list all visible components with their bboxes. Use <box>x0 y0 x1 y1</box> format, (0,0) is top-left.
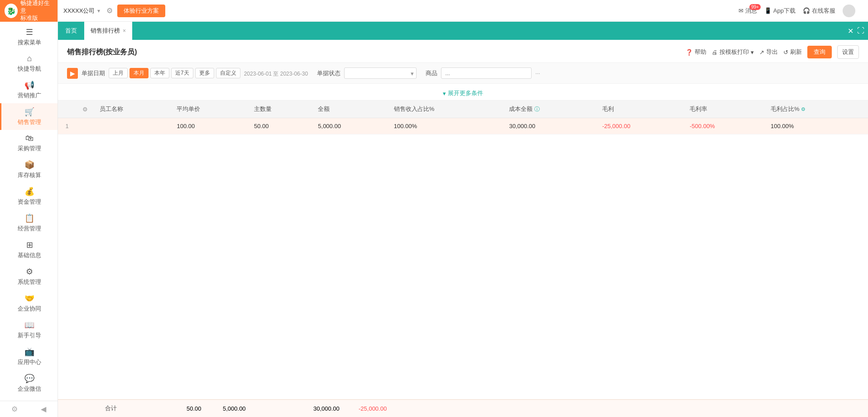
sidebar-item-search[interactable]: ☰搜索菜单 <box>0 24 58 50</box>
date-btn-本月[interactable]: 本月 <box>129 68 149 78</box>
sidebar-item-marketing[interactable]: 📢营销推广 <box>0 77 58 103</box>
goods-input[interactable] <box>441 67 532 79</box>
table-header-row: ⚙ 员工名称 平均单价 主数量 全额 销售收入占比% 成本全额 ⓘ 毛利 毛利率… <box>58 101 868 118</box>
filter-area: ▶ 单据日期 上月本月本年近7天更多自定义 2023-06-01 至 2023-… <box>58 63 868 84</box>
date-btn-近7天[interactable]: 近7天 <box>171 68 193 78</box>
col-profit: 毛利 <box>597 101 684 118</box>
sidebar-label-finance: 资金管理 <box>18 198 41 206</box>
date-filter: ▶ 单据日期 上月本月本年近7天更多自定义 2023-06-01 至 2023-… <box>67 68 308 79</box>
expand-row: ▾ 展开更多条件 <box>58 84 868 101</box>
tab-bar: 首页 销售排行榜 × ✕ ⛶ <box>58 22 868 40</box>
messages-button[interactable]: ✉ 消息 99+ <box>739 7 757 15</box>
sidebar-item-finance[interactable]: 💰资金管理 <box>0 183 58 210</box>
tab-sales-ranking[interactable]: 销售排行榜 × <box>84 22 132 40</box>
date-btn-更多[interactable]: 更多 <box>195 68 214 78</box>
page-content: 销售排行榜(按业务员) ❓ 帮助 🖨 按模板打印 ▾ ↗ 导出 ↺ 刷新 <box>58 40 868 417</box>
col-settings[interactable]: ⚙ <box>76 101 94 118</box>
tab-label: 销售排行榜 <box>91 27 120 35</box>
sidebar-label-basic: 基础信息 <box>18 251 41 259</box>
settings-icon[interactable]: ⚙ <box>11 405 18 413</box>
date-btn-自定义[interactable]: 自定义 <box>216 68 240 78</box>
print-button[interactable]: 🖨 按模板打印 ▾ <box>712 48 754 56</box>
help-button[interactable]: ❓ 帮助 <box>686 48 706 56</box>
tab-close-icon[interactable]: × <box>123 28 126 34</box>
expand-arrow-btn[interactable]: ▶ <box>67 68 78 79</box>
sidebar-item-apps[interactable]: 📺应用中心 <box>0 343 58 370</box>
company-select[interactable]: XXXXX公司 ▾ <box>63 7 100 15</box>
print-icon: 🖨 <box>712 49 718 56</box>
expand-filters-button[interactable]: ▾ 展开更多条件 <box>443 89 483 97</box>
col-avg-price: 平均单价 <box>171 101 248 118</box>
status-select[interactable] <box>344 67 417 79</box>
refresh-button[interactable]: ↺ 刷新 <box>783 48 802 56</box>
message-icon: ✉ <box>739 7 743 14</box>
avatar[interactable] <box>843 5 855 17</box>
sidebar-item-system[interactable]: ⚙系统管理 <box>0 263 58 290</box>
sidebar-item-inventory[interactable]: 📦库存核算 <box>0 156 58 183</box>
app-label: App下载 <box>773 7 796 15</box>
date-btn-本年[interactable]: 本年 <box>150 68 169 78</box>
more-icon[interactable]: ··· <box>535 70 540 77</box>
sidebar-item-wechat[interactable]: 💬企业微信 <box>0 370 58 397</box>
cell-sales-pct: 100.00% <box>388 118 504 134</box>
service-label: 在线客服 <box>812 7 835 15</box>
col-profit-pct: 毛利占比% ⚙ <box>765 101 868 118</box>
col-amount: 全额 <box>312 101 388 118</box>
app-download-button[interactable]: 📱 App下载 <box>764 7 796 15</box>
table-footer: 合计 50.00 5,000.00 30,000.00 -25,000.00 <box>58 399 868 417</box>
table-wrap: ⚙ 员工名称 平均单价 主数量 全额 销售收入占比% 成本全额 ⓘ 毛利 毛利率… <box>58 101 868 399</box>
sidebar-label-sales: 销售管理 <box>18 118 41 126</box>
table-row: 1 100.00 50.00 5,000.00 100.00% 30,000.0… <box>58 118 868 134</box>
expand-window-icon[interactable]: ⛶ <box>857 27 864 35</box>
sidebar-label-search: 搜索菜单 <box>18 38 41 47</box>
enterprise-icon: 🤝 <box>24 293 34 303</box>
sidebar-item-operations[interactable]: 📋经营管理 <box>0 210 58 236</box>
col-name: 员工名称 <box>94 101 171 118</box>
refresh-icon: ↺ <box>783 49 788 56</box>
finance-icon: 💰 <box>24 187 34 197</box>
gear-icon[interactable]: ⚙ <box>106 6 113 15</box>
cell-profit-pct: 100.00% <box>765 118 868 134</box>
online-service-button[interactable]: 🎧 在线客服 <box>803 7 835 15</box>
system-icon: ⚙ <box>26 267 33 277</box>
footer-amount: 5,000.00 <box>217 405 258 412</box>
sidebar-item-guide[interactable]: 📖新手引导 <box>0 316 58 343</box>
status-label: 单据状态 <box>317 69 340 77</box>
logo-icon: 🐉 <box>5 4 18 18</box>
sidebar-label-wechat: 企业微信 <box>18 385 41 393</box>
date-range: 2023-06-01 至 2023-06-30 <box>244 70 308 78</box>
phone-icon: 📱 <box>764 7 772 14</box>
col-quantity: 主数量 <box>249 101 312 118</box>
col-profit-rate: 毛利率 <box>684 101 765 118</box>
chevron-down-icon: ▾ <box>97 8 100 14</box>
headset-icon: 🎧 <box>803 7 810 14</box>
main-area: XXXXX公司 ▾ ⚙ 体验行业方案 ✉ 消息 99+ 📱 App下载 🎧 在线… <box>58 0 868 417</box>
sidebar-label-marketing: 营销推广 <box>18 91 41 100</box>
tab-home[interactable]: 首页 <box>58 22 84 40</box>
sidebar-item-sales[interactable]: 🛒销售管理 <box>0 103 58 130</box>
sidebar-label-shortcut: 快捷导航 <box>18 65 41 73</box>
sidebar-item-purchase[interactable]: 🛍采购管理 <box>0 130 58 156</box>
sidebar-label-system: 系统管理 <box>18 278 41 286</box>
sidebar-item-enterprise[interactable]: 🤝企业协同 <box>0 290 58 316</box>
search-icon: ☰ <box>26 27 33 37</box>
collapse-icon[interactable]: ◀ <box>41 405 46 413</box>
shortcut-icon: ⌂ <box>27 54 32 63</box>
export-button[interactable]: ↗ 导出 <box>759 48 778 56</box>
settings-button[interactable]: 设置 <box>837 45 859 59</box>
status-select-wrap <box>344 67 417 79</box>
cell-amount: 5,000.00 <box>312 118 388 134</box>
cell-profit-rate: -500.00% <box>684 118 765 134</box>
sidebar-item-basic[interactable]: ⊞基础信息 <box>0 236 58 263</box>
page-title: 销售排行榜(按业务员) <box>67 48 137 57</box>
close-window-icon[interactable]: ✕ <box>848 27 854 35</box>
sidebar-item-shortcut[interactable]: ⌂快捷导航 <box>0 50 58 77</box>
logo-text: 畅捷通好生意 标准版 <box>20 0 53 22</box>
data-table: ⚙ 员工名称 平均单价 主数量 全额 销售收入占比% 成本全额 ⓘ 毛利 毛利率… <box>58 101 868 134</box>
question-icon: ❓ <box>686 49 693 56</box>
trial-button[interactable]: 体验行业方案 <box>117 5 165 17</box>
page-header: 销售排行榜(按业务员) ❓ 帮助 🖨 按模板打印 ▾ ↗ 导出 ↺ 刷新 <box>58 40 868 63</box>
date-btn-上月[interactable]: 上月 <box>109 68 128 78</box>
sidebar-item-member[interactable]: V畅会员 <box>0 397 58 401</box>
query-button[interactable]: 查询 <box>807 46 832 58</box>
